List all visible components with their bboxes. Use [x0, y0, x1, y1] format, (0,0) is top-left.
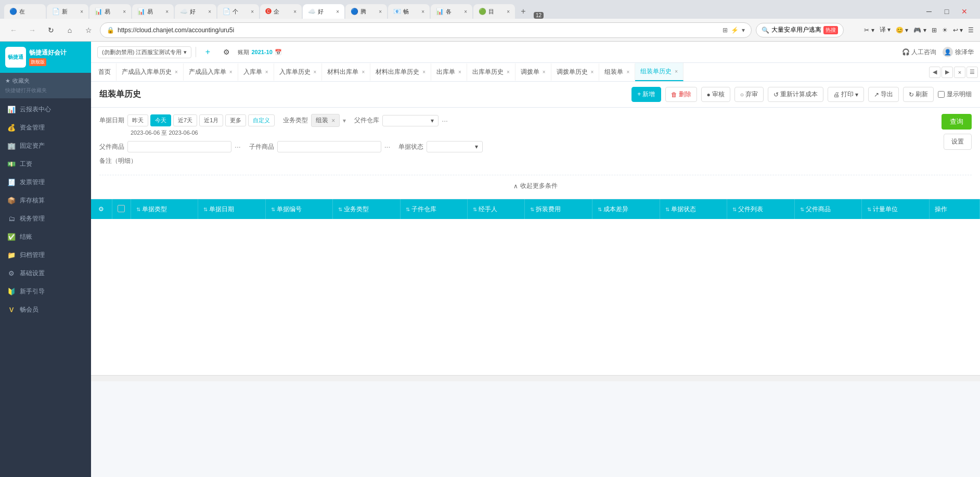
- browser-tab-5[interactable]: ☁️ 好 ×: [175, 4, 216, 19]
- status-dropdown[interactable]: ▾: [427, 141, 483, 152]
- nav-tab-home[interactable]: 首页: [93, 63, 117, 81]
- tab-close-icon[interactable]: ×: [458, 69, 461, 75]
- sidebar-item-vip[interactable]: V 畅会员: [0, 301, 91, 319]
- child-goods-input[interactable]: [277, 141, 381, 152]
- tab-close-icon[interactable]: ×: [314, 69, 317, 75]
- dropdown-arrow[interactable]: ▾: [742, 27, 745, 34]
- filter-settings-btn[interactable]: 设置: [944, 134, 972, 150]
- refresh-btn[interactable]: ↻ 刷新: [903, 87, 934, 102]
- qr-icon[interactable]: ⊞: [723, 27, 728, 34]
- tab-close-icon[interactable]: ×: [543, 69, 546, 75]
- browser-tab-12[interactable]: 🟢 目 ×: [473, 4, 515, 19]
- sidebar-favorites[interactable]: ★ 收藏夹 快捷键打开收藏夹: [0, 73, 91, 98]
- th-bill-date[interactable]: ⇅单据日期: [198, 199, 266, 219]
- sidebar-item-invoice[interactable]: 🧾 发票管理: [0, 173, 91, 191]
- th-bill-type[interactable]: ⇅单据类型: [131, 199, 198, 219]
- nav-tab-ccp-in-history[interactable]: 产成品入库单历史 ×: [117, 63, 184, 81]
- th-biz-type[interactable]: ⇅业务类型: [333, 199, 401, 219]
- sidebar-item-funds[interactable]: 💰 资金管理: [0, 119, 91, 137]
- nav-tab-out[interactable]: 出库单 ×: [431, 63, 467, 81]
- th-unit[interactable]: ⇅计量单位: [862, 199, 930, 219]
- th-parent-goods[interactable]: ⇅父件商品: [794, 199, 862, 219]
- sidebar-item-inventory[interactable]: 📦 库存核算: [0, 191, 91, 210]
- company-selector[interactable]: (勿删勿禁用) 江西服宝测试专用 ▾: [97, 46, 191, 58]
- sidebar-item-guide[interactable]: 🔰 新手引导: [0, 282, 91, 301]
- sidebar-item-settings[interactable]: ⚙ 基础设置: [0, 264, 91, 282]
- browser-tab-3[interactable]: 📊 易 ×: [89, 4, 131, 19]
- show-details-checkbox[interactable]: 显示明细: [938, 90, 972, 99]
- new-btn[interactable]: + 新增: [631, 87, 661, 102]
- th-child-warehouse[interactable]: ⇅子件仓库: [400, 199, 468, 219]
- parent-goods-more[interactable]: ···: [235, 143, 241, 151]
- sidebar-item-closing[interactable]: ✅ 结账: [0, 228, 91, 246]
- th-disassemble-cost[interactable]: ⇅拆装费用: [525, 199, 592, 219]
- nav-tab-assemble-history[interactable]: 组装单历史 ×: [635, 63, 684, 81]
- tab-close-icon[interactable]: ×: [362, 69, 365, 75]
- filter-more-dots[interactable]: ···: [442, 117, 448, 125]
- browser-tab-10[interactable]: 📧 畅 ×: [388, 4, 430, 19]
- th-parent-list[interactable]: ⇅父件列表: [727, 199, 795, 219]
- translate-btn[interactable]: 译 ▾: [880, 25, 891, 34]
- nav-tab-in[interactable]: 入库单 ×: [238, 63, 274, 81]
- nav-tab-transfer-history[interactable]: 调拨单历史 ×: [551, 63, 600, 81]
- tab-close-icon[interactable]: ×: [507, 69, 510, 75]
- audit-btn[interactable]: ● 审核: [701, 87, 730, 102]
- address-bar[interactable]: 🔒 https://cloud.chanjet.com/accounting/u…: [100, 22, 752, 38]
- tab-close-icon[interactable]: ×: [422, 69, 425, 75]
- forward-btn[interactable]: →: [25, 23, 40, 37]
- browser-tab-6[interactable]: 📄 个 ×: [217, 4, 259, 19]
- horizontal-scrollbar[interactable]: [91, 375, 980, 381]
- th-bill-no[interactable]: ⇅单据编号: [265, 199, 333, 219]
- nav-tab-in-history[interactable]: 入库单历史 ×: [274, 63, 323, 81]
- parent-goods-input[interactable]: [127, 141, 231, 152]
- tabs-next-btn[interactable]: ▶: [942, 67, 953, 78]
- emoji-btn[interactable]: 😊 ▾: [896, 27, 908, 34]
- query-btn[interactable]: 查询: [942, 114, 972, 130]
- print-btn[interactable]: 🖨 打印 ▾: [828, 87, 864, 102]
- nav-tab-mat-out[interactable]: 材料出库单 ×: [322, 63, 370, 81]
- help-btn[interactable]: 🎧 人工咨询: [902, 48, 936, 57]
- new-tab-button[interactable]: +: [516, 4, 531, 19]
- sidebar-item-reports[interactable]: 📊 云报表中心: [0, 100, 91, 119]
- grid-btn[interactable]: ⊞: [932, 27, 937, 34]
- th-settings[interactable]: ⚙: [91, 199, 112, 219]
- tabs-close-btn[interactable]: ×: [954, 67, 965, 78]
- tab-close-icon[interactable]: ×: [265, 69, 268, 75]
- tab-close-icon[interactable]: ×: [675, 69, 678, 74]
- sidebar-item-tax[interactable]: 🗂 税务管理: [0, 210, 91, 228]
- nav-tab-mat-out-history[interactable]: 材料出库单历史 ×: [370, 63, 431, 81]
- search-input-wrap[interactable]: 🔍 大量安卓用户逃离 热搜: [756, 23, 844, 37]
- browser-tab-11[interactable]: 📊 各 ×: [431, 4, 472, 19]
- browser-tab-9[interactable]: 🔵 腾 ×: [345, 4, 387, 19]
- sidebar-item-assets[interactable]: 🏢 固定资产: [0, 137, 91, 155]
- back-btn[interactable]: ←: [6, 23, 21, 37]
- nav-tab-ccp-in[interactable]: 产成品入库单 ×: [184, 63, 238, 81]
- browser-tab-2[interactable]: 📄 新 ×: [47, 4, 88, 19]
- th-checkbox[interactable]: [112, 199, 131, 219]
- tab-close-icon[interactable]: ×: [591, 69, 594, 75]
- child-goods-more[interactable]: ···: [384, 143, 391, 151]
- browser-tab-4[interactable]: 📊 易 ×: [132, 4, 174, 19]
- add-company-btn[interactable]: +: [200, 45, 215, 59]
- th-cost-diff[interactable]: ⇅成本差异: [592, 199, 660, 219]
- date-btn-more[interactable]: 更多: [225, 114, 246, 126]
- bookmark-btn[interactable]: ☆: [81, 23, 96, 37]
- export-btn[interactable]: ↗ 导出: [868, 87, 899, 102]
- tabs-prev-btn[interactable]: ◀: [929, 67, 940, 78]
- calendar-icon[interactable]: 📅: [275, 49, 282, 56]
- undo-btn[interactable]: ↩ ▾: [953, 27, 963, 34]
- browser-tab-7[interactable]: 🅒 企 ×: [260, 4, 302, 19]
- date-btn-custom[interactable]: 自定义: [248, 114, 275, 126]
- menu-btn[interactable]: ☰: [968, 27, 974, 34]
- biz-type-remove[interactable]: ×: [331, 117, 335, 124]
- tab-close-icon[interactable]: ×: [229, 69, 233, 75]
- date-btn-yesterday[interactable]: 昨天: [127, 114, 148, 126]
- date-btn-today[interactable]: 今天: [150, 114, 171, 126]
- biz-type-dropdown[interactable]: ▾: [343, 117, 346, 124]
- tabs-menu-btn[interactable]: ☰: [966, 67, 978, 78]
- tab-close-icon[interactable]: ×: [175, 69, 178, 75]
- browser-tab-1[interactable]: 🔵 在: [4, 4, 46, 19]
- sun-btn[interactable]: ☀: [942, 27, 948, 34]
- reload-btn[interactable]: ↻: [44, 23, 58, 37]
- nav-tab-out-history[interactable]: 出库单历史 ×: [467, 63, 515, 81]
